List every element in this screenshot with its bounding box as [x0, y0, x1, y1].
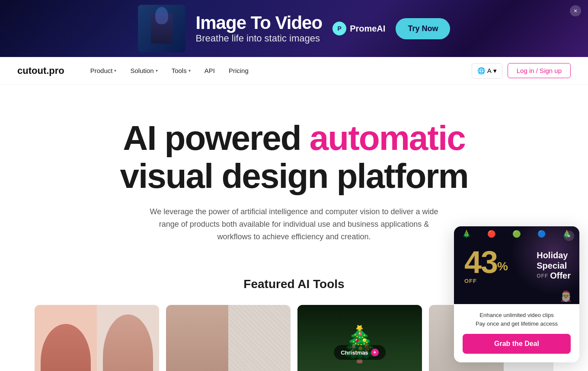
- popup-holiday-text: Holiday: [537, 250, 571, 260]
- hero-line1-text: AI powered: [123, 119, 309, 157]
- popup-desc-line2: Pay once and get lifetime access: [463, 320, 571, 328]
- translate-icon: 🌐: [477, 67, 486, 75]
- popup-desc-line1: Enhance unlimited video clips: [463, 311, 571, 320]
- ad-banner: Image To Video Breathe life into static …: [0, 0, 588, 57]
- ad-subline: Breathe life into static images: [196, 33, 323, 44]
- chevron-down-icon: ▾: [493, 67, 497, 75]
- card-2-person: [166, 305, 228, 371]
- nav-label-pricing: Pricing: [229, 67, 249, 74]
- nav-item-pricing[interactable]: Pricing: [224, 63, 254, 78]
- ad-headline: Image To Video: [196, 13, 323, 33]
- chevron-down-icon: ▾: [189, 68, 191, 73]
- popup-overlay: × 🎄🔴🟢🔵🎄 43% OFF Holiday Special OFF Offe…: [454, 226, 579, 362]
- site-logo[interactable]: cutout.pro: [17, 65, 64, 76]
- card-person-left: [35, 305, 97, 371]
- card-plus-icon: +: [371, 349, 379, 356]
- ad-product-image: [138, 5, 185, 52]
- featured-card-2[interactable]: [166, 305, 291, 371]
- popup-baubles: 🎄🔴🟢🔵🎄: [454, 230, 579, 238]
- hero-line2: visual design platform: [120, 157, 468, 195]
- ad-logo: P PromeAI: [332, 22, 385, 35]
- popup-banner: × 🎄🔴🟢🔵🎄 43% OFF Holiday Special OFF Offe…: [454, 226, 579, 304]
- popup-description: Enhance unlimited video clips Pay once a…: [463, 311, 571, 328]
- featured-card-3[interactable]: Christmas +: [297, 305, 422, 371]
- language-button[interactable]: 🌐 A ▾: [472, 63, 502, 79]
- popup-percent: 43% OFF: [464, 247, 508, 284]
- badge-label: Christmas: [341, 349, 368, 356]
- lang-label: A: [487, 67, 492, 74]
- hero-line1-highlight: automatic: [310, 119, 465, 157]
- card-2-background: [228, 305, 291, 371]
- popup-percent-number: 43: [464, 245, 497, 279]
- popup-percent-symbol: %: [497, 259, 508, 273]
- navbar: cutout.pro Product ▾ Solution ▾ Tools ▾ …: [0, 57, 588, 85]
- card-christmas-badge: Christmas +: [334, 345, 386, 360]
- ad-close-button[interactable]: ×: [570, 5, 581, 16]
- popup-text-offer: Offer: [550, 271, 571, 281]
- hero-description: We leverage the power of artificial inte…: [143, 206, 445, 243]
- ad-try-button[interactable]: Try Now: [396, 18, 450, 39]
- nav-label-solution: Solution: [130, 67, 153, 74]
- hero-heading: AI powered automatic visual design platf…: [74, 119, 514, 195]
- card-christmas-tree: [297, 305, 422, 371]
- nav-label-tools: Tools: [172, 67, 187, 74]
- featured-card-1[interactable]: [35, 305, 159, 371]
- popup-close-button[interactable]: ×: [564, 231, 574, 241]
- nav-item-api[interactable]: API: [199, 63, 220, 78]
- nav-item-product[interactable]: Product ▾: [85, 63, 122, 78]
- ad-logo-name: PromeAI: [350, 24, 385, 34]
- hero-line1: AI powered automatic: [123, 119, 465, 157]
- nav-right: 🌐 A ▾ Log in / Sign up: [472, 63, 571, 79]
- grab-deal-button[interactable]: Grab the Deal: [463, 334, 571, 354]
- nav-label-product: Product: [90, 67, 113, 74]
- nav-item-tools[interactable]: Tools ▾: [166, 63, 196, 78]
- popup-body: Enhance unlimited video clips Pay once a…: [454, 304, 579, 362]
- nav-item-solution[interactable]: Solution ▾: [125, 63, 163, 78]
- popup-text-block: Holiday Special OFF Offer: [537, 250, 571, 281]
- chevron-down-icon: ▾: [156, 68, 158, 73]
- popup-special-text: Special: [537, 260, 571, 271]
- nav-label-api: API: [205, 67, 215, 74]
- chevron-down-icon: ▾: [114, 68, 116, 73]
- nav-items: Product ▾ Solution ▾ Tools ▾ API Pricing: [85, 63, 472, 78]
- ad-logo-icon: P: [332, 22, 346, 35]
- popup-text-off: OFF: [537, 273, 548, 279]
- deal-popup: × 🎄🔴🟢🔵🎄 43% OFF Holiday Special OFF Offe…: [454, 226, 579, 362]
- ad-text-block: Image To Video Breathe life into static …: [196, 13, 323, 44]
- login-signup-button[interactable]: Log in / Sign up: [508, 63, 571, 78]
- popup-bottom-decoration: 🎅: [559, 290, 572, 302]
- card-person-right: [97, 305, 159, 371]
